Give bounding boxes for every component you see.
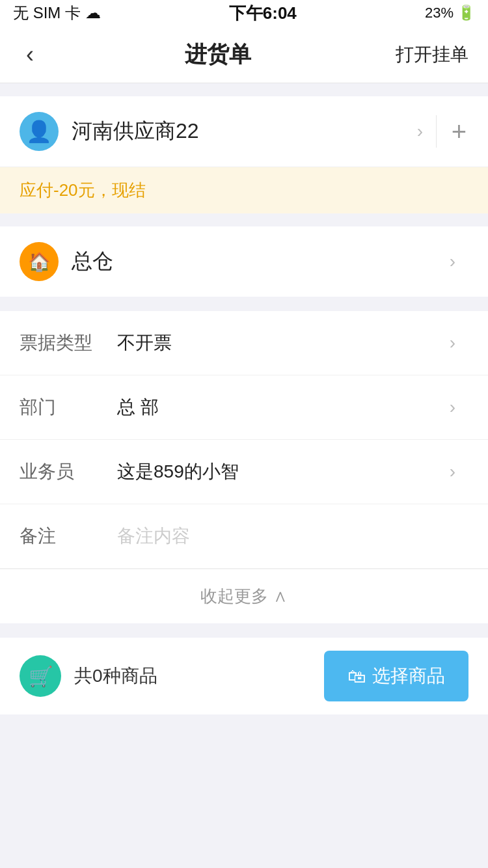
warehouse-name: 总仓 bbox=[72, 247, 450, 276]
supplier-row[interactable]: 👤 河南供应商22 › + bbox=[0, 96, 488, 167]
select-product-label: 选择商品 bbox=[372, 664, 445, 688]
invoice-row[interactable]: 票据类型 不开票 › bbox=[0, 311, 488, 375]
collapse-label: 收起更多 ∧ bbox=[200, 585, 287, 608]
notice-bar: 应付-20元，现结 bbox=[0, 167, 488, 213]
back-button[interactable]: ‹ bbox=[20, 34, 40, 75]
supplier-name: 河南供应商22 bbox=[72, 117, 417, 146]
section-gap-1 bbox=[0, 83, 488, 96]
select-product-icon: 🛍 bbox=[347, 666, 366, 687]
warehouse-card: 🏠 总仓 › bbox=[0, 226, 488, 297]
form-section: 票据类型 不开票 › 部门 总 部 › 业务员 这是859的小智 › 备注 备注… bbox=[0, 311, 488, 623]
invoice-label: 票据类型 bbox=[20, 331, 98, 355]
sales-value: 这是859的小智 bbox=[98, 459, 450, 484]
warehouse-icon: 🏠 bbox=[28, 251, 51, 273]
invoice-chevron-icon: › bbox=[450, 332, 455, 353]
status-bar: 无 SIM 卡 ☁ 下午6:04 23% 🔋 bbox=[0, 0, 488, 26]
status-time: 下午6:04 bbox=[229, 2, 297, 25]
sales-label: 业务员 bbox=[20, 459, 98, 484]
section-gap-2 bbox=[0, 213, 488, 226]
bottom-bar: 🛒 共0种商品 🛍 选择商品 bbox=[0, 638, 488, 714]
add-supplier-button[interactable]: + bbox=[436, 115, 468, 148]
avatar: 👤 bbox=[20, 112, 59, 151]
warehouse-chevron-icon: › bbox=[450, 251, 455, 272]
page-background bbox=[0, 714, 488, 868]
product-icon: 🛒 bbox=[29, 665, 53, 688]
remark-label: 备注 bbox=[20, 524, 98, 549]
collapse-button[interactable]: 收起更多 ∧ bbox=[0, 569, 488, 623]
dept-label: 部门 bbox=[20, 395, 98, 420]
status-right: 23% 🔋 bbox=[425, 5, 475, 21]
product-count: 共0种商品 bbox=[74, 664, 311, 688]
supplier-card: 👤 河南供应商22 › + 应付-20元，现结 bbox=[0, 96, 488, 213]
section-gap-4 bbox=[0, 623, 488, 636]
open-pending-button[interactable]: 打开挂单 bbox=[396, 42, 468, 67]
dept-value: 总 部 bbox=[98, 395, 450, 420]
battery-icon: 🔋 bbox=[457, 5, 475, 21]
sales-row[interactable]: 业务员 这是859的小智 › bbox=[0, 440, 488, 504]
warehouse-row[interactable]: 🏠 总仓 › bbox=[0, 226, 488, 297]
dept-chevron-icon: › bbox=[450, 397, 455, 418]
chevron-right-icon: › bbox=[417, 121, 423, 142]
remark-input[interactable]: 备注内容 bbox=[98, 524, 468, 549]
sim-label: 无 SIM 卡 ☁ bbox=[13, 3, 101, 23]
invoice-value: 不开票 bbox=[98, 331, 450, 355]
product-icon-wrap: 🛒 bbox=[20, 655, 61, 697]
avatar-icon: 👤 bbox=[26, 119, 52, 144]
status-left: 无 SIM 卡 ☁ bbox=[13, 3, 101, 23]
nav-bar: ‹ 进货单 打开挂单 bbox=[0, 26, 488, 83]
select-product-button[interactable]: 🛍 选择商品 bbox=[324, 651, 468, 701]
remark-row[interactable]: 备注 备注内容 bbox=[0, 504, 488, 569]
dept-row[interactable]: 部门 总 部 › bbox=[0, 375, 488, 440]
sales-chevron-icon: › bbox=[450, 461, 455, 482]
section-gap-3 bbox=[0, 297, 488, 310]
battery-label: 23% bbox=[425, 5, 454, 21]
notice-text: 应付-20元，现结 bbox=[20, 180, 146, 200]
warehouse-icon-wrap: 🏠 bbox=[20, 242, 59, 281]
page-title: 进货单 bbox=[185, 40, 251, 70]
